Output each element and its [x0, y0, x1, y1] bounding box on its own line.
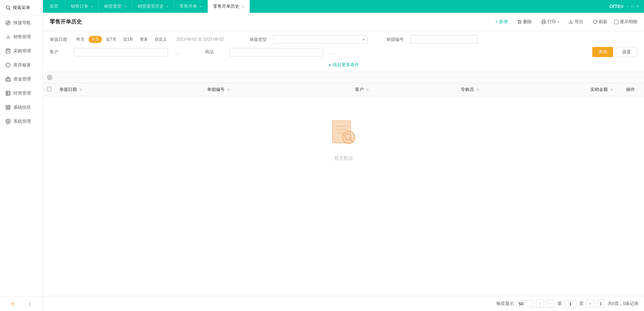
col-header-customer[interactable]: 客户 ⇅: [351, 83, 457, 96]
tab-close-icon[interactable]: ×: [242, 4, 244, 8]
tab-sales-return[interactable]: 销货退货 ×: [99, 0, 132, 13]
add-button[interactable]: + 新增: [493, 17, 510, 26]
customer-dots[interactable]: ...: [175, 49, 180, 56]
svg-rect-14: [8, 105, 10, 107]
export-button[interactable]: 导出: [566, 17, 586, 26]
date-btn-today[interactable]: 今天: [89, 36, 102, 43]
main-area: 首页 销售订单 × 销货退货 × 销货退货历史 × 零售开单 × 零售开单历史 …: [43, 0, 644, 311]
sort-icon: ⇅: [610, 88, 613, 92]
svg-marker-3: [7, 22, 9, 24]
delete-icon: [517, 19, 522, 24]
date-btn-last7[interactable]: 近7天: [103, 36, 119, 43]
last-page-button[interactable]: ⟫: [597, 300, 605, 308]
column-settings-icon[interactable]: [47, 75, 52, 80]
table-container: 单据日期 ⇅ 单据编号 ⇅ 客户 ⇅: [43, 83, 644, 296]
per-page-select[interactable]: 50 10 20 100: [516, 300, 533, 307]
print-dropdown-icon: ▾: [557, 20, 559, 24]
sidebar-search[interactable]: 搜索采单: [0, 0, 43, 16]
sidebar-item-inventory[interactable]: 库存核算: [0, 58, 43, 72]
date-btn-last-month[interactable]: 近1月: [120, 36, 136, 43]
tab-close-icon[interactable]: ×: [91, 4, 93, 8]
tab-retail-open[interactable]: 零售开单 ×: [174, 0, 207, 13]
show-detail-checkbox[interactable]: 显示明细: [614, 19, 637, 25]
search-icon: [5, 5, 11, 10]
delete-button[interactable]: 删除: [514, 17, 535, 26]
query-button[interactable]: 查询: [592, 47, 613, 57]
sidebar-item-system[interactable]: 系统管理: [0, 114, 43, 128]
sidebar-item-basic-info[interactable]: 基础信息: [0, 100, 43, 114]
checkbox-col-header: [43, 83, 55, 96]
date-buttons: 昨天 今天 近7天 近1月 更多 自定义: [74, 36, 169, 43]
col-customer-label: 客户: [355, 87, 364, 92]
goods-dots[interactable]: ...: [330, 49, 335, 56]
svg-rect-16: [8, 108, 10, 109]
svg-rect-15: [6, 108, 8, 109]
sidebar-item-label: 系统管理: [13, 118, 31, 124]
svg-point-2: [6, 20, 10, 25]
tab-retail-open-history[interactable]: 零售开单历史 ×: [208, 0, 250, 13]
bill-no-input[interactable]: [410, 35, 478, 44]
svg-rect-9: [6, 91, 10, 95]
date-btn-more[interactable]: 更多: [137, 36, 151, 43]
sort-icon: ⇅: [366, 88, 369, 92]
date-btn-custom[interactable]: 自定义: [152, 36, 169, 43]
goods-label: 商品: [205, 49, 224, 55]
col-header-bill-no[interactable]: 单据编号 ⇅: [203, 83, 351, 96]
refresh-icon: [593, 19, 597, 24]
svg-point-17: [7, 121, 9, 122]
sidebar-item-finance[interactable]: 资金管理: [0, 72, 43, 86]
toolbar: + 新增 删除 打印 ▾: [493, 17, 637, 26]
sort-icon: ⇅: [80, 88, 82, 92]
refresh-button[interactable]: 刷新: [590, 17, 610, 26]
export-label: 导出: [575, 19, 583, 25]
first-page-button[interactable]: ⟪: [536, 300, 544, 308]
col-guide-label: 导购员: [461, 87, 474, 92]
sidebar-item-label: 资金管理: [13, 76, 31, 82]
settings-button[interactable]: 设置: [616, 47, 637, 57]
tab-label: 零售开单历史: [213, 3, 239, 9]
sidebar: 搜索采单 快捷导航 销售管理 采购管理 库存核算 资金管理 经营管理: [0, 0, 43, 311]
chart-icon: [5, 34, 11, 40]
max-button[interactable]: □: [631, 4, 634, 9]
col-header-amount[interactable]: 实销金额 ⇅: [584, 83, 617, 96]
col-header-guide[interactable]: 导购员 ⇅: [457, 83, 584, 96]
col-header-date[interactable]: 单据日期 ⇅: [55, 83, 203, 96]
collapse-icon[interactable]: [27, 301, 33, 307]
empty-icon: [327, 116, 360, 150]
page-input[interactable]: [564, 300, 577, 307]
empty-state: 暂无数据: [43, 96, 644, 182]
prev-page-button[interactable]: ‹: [547, 300, 555, 308]
tab-home[interactable]: 首页: [43, 0, 65, 13]
show-detail-input[interactable]: [614, 20, 618, 24]
svg-point-18: [12, 303, 14, 305]
tab-sales-order[interactable]: 销售订单 ×: [65, 0, 99, 13]
collapse-row[interactable]: ∧ 收起更多条件: [50, 60, 637, 68]
sidebar-item-operations[interactable]: 经营管理: [0, 86, 43, 100]
close-button[interactable]: ×: [636, 4, 639, 9]
box-icon: [5, 62, 11, 68]
sidebar-search-label: 搜索采单: [13, 5, 30, 11]
tab-label: 零售开单: [180, 3, 197, 9]
next-page-button[interactable]: ›: [586, 300, 594, 308]
print-button[interactable]: 打印 ▾: [539, 17, 562, 26]
select-all-checkbox[interactable]: [47, 87, 51, 91]
tab-close-icon[interactable]: ×: [124, 4, 126, 8]
tab-close-icon[interactable]: ×: [200, 4, 202, 8]
sidebar-item-quick-nav[interactable]: 快捷导航: [0, 16, 43, 30]
gear-icon[interactable]: [10, 301, 16, 307]
bar-chart-icon: [5, 91, 11, 96]
total-text: 共0页，0条记录: [608, 301, 639, 307]
tab-sales-return-history[interactable]: 销货退货历史 ×: [132, 0, 174, 13]
min-button[interactable]: −: [626, 4, 629, 9]
col-billno-label: 单据编号: [207, 87, 225, 92]
tab-bar: 首页 销售订单 × 销货退货 × 销货退货历史 × 零售开单 × 零售开单历史 …: [43, 0, 644, 13]
settings-icon: [5, 119, 11, 124]
bill-type-select[interactable]: [274, 35, 367, 44]
goods-input[interactable]: [229, 48, 323, 56]
date-btn-yesterday[interactable]: 昨天: [74, 36, 87, 43]
tab-close-icon[interactable]: ×: [166, 4, 168, 8]
sidebar-item-sales-mgmt[interactable]: 销售管理: [0, 30, 43, 44]
customer-input[interactable]: [74, 48, 168, 56]
sidebar-item-purchase-mgmt[interactable]: 采购管理: [0, 44, 43, 58]
show-detail-label: 显示明细: [620, 19, 637, 25]
